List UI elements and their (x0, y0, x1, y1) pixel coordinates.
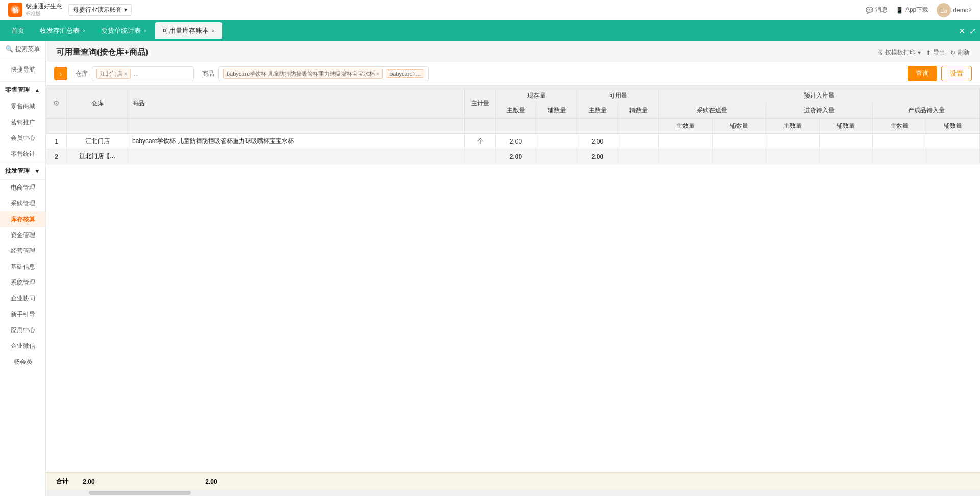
th-empty-8 (618, 119, 659, 134)
industry-select[interactable]: 母婴行业演示账套 ▾ (68, 4, 132, 16)
system-label: 系统管理 (11, 279, 35, 286)
refresh-icon: ↻ (950, 49, 955, 56)
tab-3-close[interactable]: × (212, 28, 215, 34)
tab-2-close[interactable]: × (144, 28, 147, 34)
product-tag-close[interactable]: × (376, 71, 379, 77)
sidebar-section-retail: 零售管理 ▲ 零售商城 营销推广 会员中心 零售统计 (0, 82, 45, 162)
tab-home[interactable]: 首页 (4, 22, 32, 39)
sidebar-item-newguide[interactable]: 新手引导 (0, 306, 45, 322)
td-current-aux (536, 134, 577, 149)
th-empty-6 (536, 119, 577, 134)
td-purchase-aux (712, 149, 766, 164)
inventory-table: ⚙ 仓库 商品 主计量 现存量 (46, 88, 980, 164)
th-product-in-group: 产成品待入量 (873, 103, 980, 119)
sidebar-item-member[interactable]: 会员中心 (0, 130, 45, 146)
logo-subtext: 标准版 (26, 10, 62, 17)
td-warehouse: 江北门店【... (67, 149, 128, 164)
td-product (128, 149, 465, 164)
product-filter-group: 商品 babycare学饮杯 儿童防摔防撞吸管杯重力球吸嘴杯宝宝水杯 × bab… (202, 66, 429, 81)
sidebar-item-finance[interactable]: 资金管理 (0, 227, 45, 243)
app-download-label: App下载 (905, 6, 928, 14)
message-button[interactable]: 💬 消息 (866, 6, 888, 14)
sidebar-item-quicknav[interactable]: 快捷导航 (0, 62, 45, 77)
td-num: 1 (46, 134, 67, 149)
chevron-icon: ▲ (34, 87, 40, 94)
td-productin-aux (926, 134, 980, 149)
th-forecast-inbound: 预计入库量 (659, 88, 980, 104)
member-label: 会员中心 (11, 134, 35, 141)
sidebar-item-retail-mall[interactable]: 零售商城 (0, 99, 45, 114)
th-warehouse: 仓库 (67, 88, 128, 119)
footer-current-main: 2.00 (68, 478, 109, 485)
td-avail-aux (618, 149, 659, 164)
export-icon: ⬆ (926, 49, 931, 56)
table-header-sub: 主数量 辅数量 主数量 辅数量 主数量 (46, 119, 980, 134)
th-productin-main: 主数量 (873, 119, 926, 134)
inventory-label: 库存核算 (11, 216, 35, 223)
sidebar-section-wholesale: 批发管理 ▼ (0, 162, 45, 180)
maximize-icon[interactable]: ⤢ (969, 26, 976, 36)
setting-button[interactable]: 设置 (941, 66, 972, 81)
tab-3[interactable]: 可用量库存账本 × (155, 22, 222, 39)
warehouse-more[interactable]: ... (134, 70, 139, 77)
refresh-button[interactable]: ↻ 刷新 (950, 48, 970, 57)
close-icon[interactable]: ✕ (959, 26, 965, 36)
warehouse-tag-close[interactable]: × (124, 71, 127, 77)
search-icon: 🔍 (6, 45, 13, 53)
th-goodsin-main: 主数量 (766, 119, 819, 134)
sidebar-item-corpwechat[interactable]: 企业微信 (0, 338, 45, 354)
tab-1[interactable]: 收发存汇总表 × (33, 22, 93, 39)
nav-tabs: 首页 收发存汇总表 × 要货单统计表 × 可用量库存账本 × ✕ ⤢ (0, 20, 980, 41)
warehouse-filter-group: 仓库 江北门店 × ... (76, 66, 194, 81)
corpwechat-label: 企业微信 (11, 342, 35, 349)
message-icon: 💬 (866, 7, 873, 14)
arrow-right-icon: › (60, 69, 62, 78)
sidebar-item-enterprise[interactable]: 企业协同 (0, 291, 45, 306)
export-button[interactable]: ⬆ 导出 (926, 48, 945, 57)
tab-2[interactable]: 要货单统计表 × (94, 22, 154, 39)
th-avail-aux: 辅数量 (618, 103, 659, 119)
filter-toggle-button[interactable]: › (54, 67, 67, 80)
sidebar-item-system[interactable]: 系统管理 (0, 275, 45, 291)
sidebar-item-purchase[interactable]: 采购管理 (0, 196, 45, 211)
td-productin-main (873, 149, 926, 164)
sidebar-item-retail-stats[interactable]: 零售统计 (0, 146, 45, 162)
refresh-label: 刷新 (958, 48, 970, 57)
sidebar-item-appcenter[interactable]: 应用中心 (0, 322, 45, 338)
sidebar-item-ecommerce[interactable]: 电商管理 (0, 180, 45, 196)
retail-stats-label: 零售统计 (11, 150, 35, 157)
tab-1-close[interactable]: × (83, 28, 86, 34)
product-input[interactable]: babycare学饮杯 儿童防摔防撞吸管杯重力球吸嘴杯宝宝水杯 × babyca… (218, 66, 429, 81)
main-layout: 🔍 搜索菜单 快捷导航 零售管理 ▲ 零售商城 营销推广 会员中心 (0, 41, 980, 496)
td-purchase-main (659, 149, 713, 164)
sidebar-item-inventory[interactable]: 库存核算 (0, 211, 45, 227)
sidebar-item-marketing[interactable]: 营销推广 (0, 114, 45, 130)
product-extra-tag: babycare?... (386, 69, 424, 78)
logo-text-block: 畅捷通好生意 标准版 (26, 3, 62, 17)
sidebar-item-changhui[interactable]: 畅会员 (0, 354, 45, 370)
td-goodsin-aux (819, 134, 873, 149)
sidebar-item-basic[interactable]: 基础信息 (0, 259, 45, 275)
sidebar-section-wholesale-header[interactable]: 批发管理 ▼ (0, 162, 45, 179)
user-avatar-area[interactable]: Ea demo2 (937, 3, 972, 17)
sidebar-section-retail-header[interactable]: 零售管理 ▲ (0, 82, 45, 99)
changhui-label: 畅会员 (14, 358, 32, 365)
sidebar-search[interactable]: 🔍 搜索菜单 (0, 41, 45, 58)
table-row: 2江北门店【...2.002.00 (46, 149, 980, 164)
gear-icon[interactable]: ⚙ (53, 99, 60, 107)
page-title: 可用量查询(按仓库+商品) (56, 47, 148, 58)
scrollbar-thumb[interactable] (89, 491, 191, 495)
app-download-button[interactable]: 📱 App下载 (896, 6, 928, 14)
sidebar-item-operation[interactable]: 经营管理 (0, 243, 45, 259)
query-button[interactable]: 查询 (908, 66, 937, 81)
th-avail-main: 主数量 (577, 103, 618, 119)
warehouse-input[interactable]: 江北门店 × ... (92, 66, 194, 81)
top-bar-left: 畅 畅捷通好生意 标准版 母婴行业演示账套 ▾ (8, 3, 132, 17)
td-productin-main (873, 134, 926, 149)
tab-3-label: 可用量库存账本 (162, 26, 209, 35)
th-gear: ⚙ (46, 88, 67, 119)
print-button[interactable]: 🖨 按模板打印 ▾ (877, 48, 921, 57)
horizontal-scrollbar[interactable] (46, 490, 980, 496)
td-goodsin-main (766, 134, 819, 149)
td-unit (465, 149, 496, 164)
